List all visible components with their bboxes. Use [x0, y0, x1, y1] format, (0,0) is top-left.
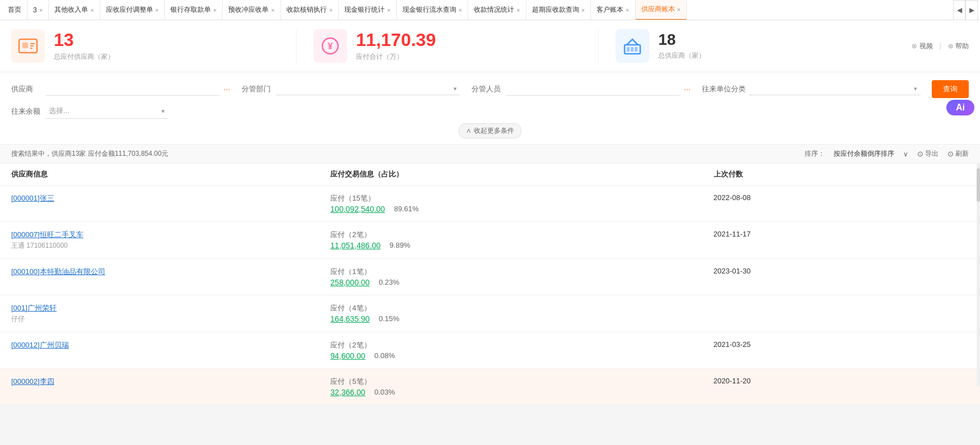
nav-tab-receipt-exec[interactable]: 收款核销执行 × — [281, 0, 339, 20]
table-row[interactable]: [000012]广州贝瑞 应付（2笔） 94,600.00 0.08% 2021… — [0, 332, 980, 369]
nav-tab-receipt-stat[interactable]: 收款情况统计 × — [468, 0, 526, 20]
person-input[interactable] — [506, 82, 681, 96]
svg-rect-10 — [635, 47, 637, 52]
table-row[interactable]: [000100]本特勤油品有限公司 应付（1笔） 258,000.00 0.23… — [0, 259, 980, 295]
results-text: 搜索结果中，供应商13家 应付金额111,703,854.00元 — [11, 149, 168, 159]
nav-tab-supplier-ledger[interactable]: 供应商账本 × — [636, 0, 687, 20]
table-row[interactable]: [000007]恒旺二手叉车 王通 17106110000 应付（2笔） 11,… — [0, 222, 980, 259]
supplier-name-link[interactable]: [000001]张三 — [11, 193, 330, 203]
payable-pct: 0.15% — [378, 314, 399, 323]
nav-scroll-left[interactable]: ◀ — [953, 0, 965, 20]
filter-balance: 往来余额 选择... ▾ — [11, 104, 168, 119]
payable-amount[interactable]: 11,051,486.00 — [330, 241, 381, 250]
table-row[interactable]: [000002]李四 应付（5笔） 32,366.00 0.03% 2020-1… — [0, 369, 980, 405]
total-supplier-icon — [616, 29, 649, 63]
nav-tab-other-income-label: 其他收入单 — [54, 5, 88, 15]
help-links: ⊙ 视频 | ⊙ 帮助 — [900, 41, 969, 51]
results-summary: 搜索结果中，供应商13家 应付金额111,703,854.00元 — [11, 149, 168, 159]
payable-amount[interactable]: 32,366.00 — [330, 388, 365, 397]
close-icon[interactable]: × — [329, 7, 332, 13]
category-select[interactable]: ▾ — [749, 83, 921, 95]
query-button[interactable]: 查询 — [932, 80, 969, 98]
collapse-button[interactable]: ∧ 收起更多条件 — [459, 123, 521, 138]
close-icon[interactable]: × — [677, 6, 681, 13]
refresh-button[interactable]: ⊙ 刷新 — [947, 149, 969, 159]
transaction-info-col: 应付（4笔） 164,635.90 0.15% — [330, 303, 713, 323]
supplier-sub: 王通 17106110000 — [11, 241, 330, 251]
transaction-info-col: 应付（2笔） 94,600.00 0.08% — [330, 340, 713, 360]
nav-tab-overdue-label: 超期应收款查询 — [532, 5, 579, 15]
nav-tab-prepay[interactable]: 预收冲应收单 × — [223, 0, 280, 20]
transaction-info-col: 应付（5笔） 32,366.00 0.03% — [330, 377, 713, 397]
sort-value[interactable]: 按应付余额倒序排序 — [834, 149, 894, 159]
video-link[interactable]: ⊙ 视频 — [912, 41, 932, 51]
header-lastpay: 上次付数 — [714, 169, 969, 179]
close-icon[interactable]: × — [155, 7, 159, 13]
nav-tab-adjustment[interactable]: 应收应付调整单 × — [100, 0, 165, 20]
close-icon[interactable]: × — [90, 7, 94, 13]
nav-tab-customer-ledger-label: 客户账本 — [597, 5, 623, 15]
refresh-icon: ⊙ — [947, 150, 954, 158]
export-button[interactable]: ⊙ 导出 — [917, 149, 939, 159]
results-bar: 搜索结果中，供应商13家 应付金额111,703,854.00元 排序： 按应付… — [0, 145, 980, 164]
transaction-info-col: 应付（1笔） 258,000.00 0.23% — [330, 267, 713, 287]
close-icon[interactable]: × — [39, 7, 43, 13]
filter-row-1: 供应商 ··· 分管部门 ▾ 分管人员 ··· 往来单位分类 ▾ 查询 — [11, 80, 969, 98]
scrollbar-thumb[interactable] — [977, 168, 980, 202]
nav-tab-bank-deposit[interactable]: 银行存取款单 × — [165, 0, 223, 20]
supplier-input[interactable] — [45, 82, 220, 96]
supplier-name-link[interactable]: [000007]恒旺二手叉车 — [11, 230, 330, 240]
sort-label: 排序： — [805, 149, 825, 159]
sort-arrow-icon[interactable]: ∨ — [903, 150, 908, 158]
close-icon[interactable]: × — [516, 7, 520, 13]
close-icon[interactable]: × — [581, 7, 585, 13]
supplier-name-link[interactable]: [000012]广州贝瑞 — [11, 340, 330, 350]
payable-amount[interactable]: 100,092,540.00 — [330, 205, 385, 214]
nav-tab-customer-ledger[interactable]: 客户账本 × — [591, 0, 635, 20]
dept-select[interactable]: ▾ — [276, 83, 461, 95]
payable-amount[interactable]: 94,600.00 — [330, 351, 365, 360]
nav-tab-cash-bank-stat[interactable]: 现金银行统计 × — [339, 0, 396, 20]
supplier-dots-btn[interactable]: ··· — [224, 85, 230, 94]
nav-tab-receipt-exec-label: 收款核销执行 — [286, 5, 327, 15]
filter-person: 分管人员 ··· — [471, 82, 691, 96]
balance-select[interactable]: 选择... ▾ — [45, 104, 168, 119]
payable-amount[interactable]: 164,635.90 — [330, 314, 369, 323]
supplier-info-col: [001]广州荣轩 仔仔 — [11, 303, 330, 324]
person-label: 分管人员 — [471, 84, 502, 94]
close-icon[interactable]: × — [626, 7, 629, 13]
scrollbar[interactable] — [977, 163, 980, 387]
nav-tab-cash-flow[interactable]: 现金银行流水查询 × — [397, 0, 468, 20]
supplier-label: 供应商 — [11, 84, 42, 94]
lastpay-col: 2020-11-20 — [714, 377, 969, 385]
close-icon[interactable]: × — [213, 7, 216, 13]
supplier-name-link[interactable]: [000100]本特勤油品有限公司 — [11, 267, 330, 277]
payable-amount[interactable]: 258,000.00 — [330, 278, 369, 287]
ai-badge[interactable]: Ai — [946, 100, 974, 115]
chevron-down-icon: ▾ — [914, 85, 917, 92]
payable-label: 应付（4笔） — [330, 303, 713, 313]
help-link[interactable]: ⊙ 帮助 — [948, 41, 969, 51]
close-icon[interactable]: × — [387, 7, 390, 13]
nav-tab-overdue[interactable]: 超期应收款查询 × — [526, 0, 591, 20]
supplier-name-link[interactable]: [000002]李四 — [11, 377, 330, 387]
lastpay-col: 2022-08-08 — [714, 193, 969, 202]
nav-tab-home[interactable]: 首页 — [2, 0, 27, 20]
last-pay-date: 2022-08-08 — [714, 193, 751, 202]
close-icon[interactable]: × — [271, 7, 274, 13]
supplier-name-link[interactable]: [001]广州荣轩 — [11, 303, 330, 313]
nav-tab-other-income[interactable]: 其他收入单 × — [49, 0, 100, 20]
nav-tab-3[interactable]: 3 × — [27, 0, 49, 20]
nav-tab-cash-flow-label: 现金银行流水查询 — [403, 5, 456, 15]
payable-pct: 9.89% — [390, 241, 410, 249]
main-table: 供应商信息 应付交易信息（占比） 上次付数 [000001]张三 应付（15笔）… — [0, 164, 980, 405]
person-dots-btn[interactable]: ··· — [684, 85, 691, 94]
close-icon[interactable]: × — [459, 7, 462, 13]
table-row[interactable]: [001]广州荣轩 仔仔 应付（4笔） 164,635.90 0.15% — [0, 295, 980, 332]
stat-info-total: 11,170.39 应付合计（万） — [356, 30, 581, 62]
results-actions: 排序： 按应付余额倒序排序 ∨ ⊙ 导出 ⊙ 刷新 — [805, 149, 969, 159]
nav-scroll-right[interactable]: ▶ — [965, 0, 978, 20]
stat-block-total-suppliers: 18 总供应商（家） — [599, 29, 900, 63]
table-row[interactable]: [000001]张三 应付（15笔） 100,092,540.00 89.61%… — [0, 186, 980, 222]
payable-supplier-count: 13 — [54, 30, 279, 50]
